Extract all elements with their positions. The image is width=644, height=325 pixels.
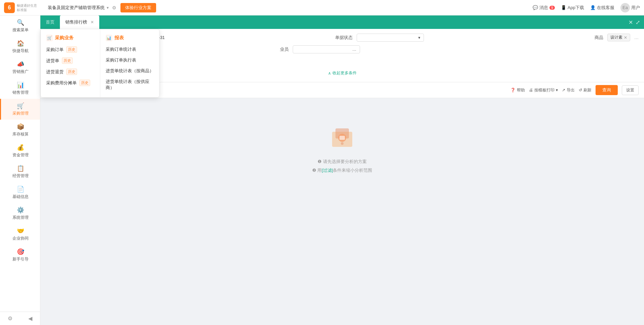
refresh-btn[interactable]: ↺ 刷新: [579, 87, 592, 93]
top-bar: 6 畅捷通好生意 标准版 装备及固定资产辅助管理系统 ▾ ⚙ 体验行业方案 💬 …: [0, 0, 644, 15]
system-name: 装备及固定资产辅助管理系统 ▾ ⚙: [48, 5, 116, 11]
sales-icon: 📊: [17, 81, 24, 89]
finance-icon: 💰: [17, 144, 24, 151]
history-badge: 历史: [62, 57, 73, 64]
dropdown-item-order-stat[interactable]: 采购订单统计表: [100, 44, 159, 55]
purchase-col-icon: 🛒: [46, 35, 53, 41]
message-btn[interactable]: 💬 消息 9: [533, 5, 555, 11]
sidebar-item-search[interactable]: 🔍 搜索菜单: [0, 15, 40, 36]
logo-text: 畅捷通好生意 标准版: [17, 3, 37, 12]
user-profile-btn[interactable]: Ea 用户: [620, 3, 640, 12]
settings-btn[interactable]: 设置: [622, 85, 639, 95]
status-label: 单据状态: [335, 35, 353, 41]
basic-icon: 📄: [17, 186, 24, 193]
history-badge: 历史: [79, 80, 90, 86]
operation-icon: 📋: [17, 165, 24, 172]
dropdown-item-return[interactable]: 进货退货 历史: [41, 66, 100, 77]
purchase-col-title: 🛒 采购业务: [41, 33, 100, 44]
empty-illustration: [325, 125, 359, 152]
tab-maximize-icon[interactable]: ⤢: [636, 19, 640, 26]
export-btn[interactable]: ↗ 导出: [562, 87, 575, 93]
sidebar: 🔍 搜索菜单 🏠 快捷导航 📣 营销推广 📊 销售管理 🛒 采购管理 📦 库存核…: [0, 15, 40, 325]
service-icon: 👤: [590, 5, 596, 10]
sidebar-item-inventory[interactable]: 📦 库存核算: [0, 120, 40, 140]
sidebar-item-sales[interactable]: 📊 销售管理: [0, 78, 40, 99]
industry-btn[interactable]: 体验行业方案: [120, 3, 156, 12]
dropdown-item-expense[interactable]: 采购费用分摊单 历史: [41, 77, 100, 88]
online-service-btn[interactable]: 👤 在线客服: [590, 5, 614, 11]
tab-close-icon[interactable]: ✕: [91, 20, 94, 25]
tab-sales-rank[interactable]: 销售排行榜 ✕: [60, 15, 99, 29]
collapse-icon[interactable]: ◀: [28, 315, 32, 322]
dropdown-item-inbound-stat-product[interactable]: 进货单统计表（按商品）: [100, 66, 159, 76]
product-more-icon[interactable]: …: [634, 35, 639, 40]
sidebar-item-marketing[interactable]: 📣 营销推广: [0, 57, 40, 78]
help-btn[interactable]: ❓ 帮助: [510, 87, 525, 93]
sidebar-item-purchase[interactable]: 🛒 采购管理: [0, 99, 40, 120]
avatar: Ea: [620, 3, 630, 12]
logo-icon: 6: [4, 2, 15, 13]
sidebar-item-finance[interactable]: 💰 资金管理: [0, 140, 40, 161]
empty-state: ❶ 请先选择要分析的方案 ❷ 用[过滤]条件来缩小分析范围: [40, 98, 644, 202]
sidebar-item-guide[interactable]: 🎯 新手引导: [0, 245, 40, 266]
report-col: 📊 报表 采购订单统计表 采购订单执行表 进货单统计表（按商品） 进货单统计表（…: [100, 29, 159, 97]
tab-bar: 首页 销售排行榜 ✕ ✕ ⤢: [40, 15, 644, 29]
sidebar-item-basic[interactable]: 📄 基础信息: [0, 182, 40, 203]
status-select-arrow: ▾: [418, 35, 420, 40]
phone-icon: 📱: [561, 5, 566, 10]
dropdown-item-inbound-stat-supplier[interactable]: 进货单统计表（按供应商）: [100, 76, 159, 93]
marketing-icon: 📣: [17, 60, 24, 68]
sidebar-item-system[interactable]: ⚙️ 系统管理: [0, 203, 40, 224]
refresh-icon: ↺: [579, 88, 582, 92]
cooperation-icon: 🤝: [17, 227, 24, 235]
print-dropdown-arrow: ▾: [556, 88, 558, 92]
history-badge: 历史: [66, 46, 77, 53]
help-icon: ❓: [510, 88, 515, 92]
purchase-icon: 🛒: [17, 102, 24, 110]
tab-home[interactable]: 首页: [40, 15, 60, 29]
search-icon: 🔍: [17, 19, 24, 26]
purchase-business-col: 🛒 采购业务 采购订单 历史 进货单 历史 进货退货 历史 采购费用分摊单 历史: [41, 29, 100, 97]
app-download-btn[interactable]: 📱 App下载: [561, 5, 584, 11]
print-icon: 🖨: [529, 88, 533, 92]
system-dropdown-arrow[interactable]: ▾: [107, 5, 109, 10]
status-select[interactable]: ▾: [357, 34, 424, 42]
sidebar-bottom: ⚙ ◀: [0, 312, 40, 325]
sidebar-item-quick-nav[interactable]: 🏠 快捷导航: [0, 36, 40, 57]
dropdown-item-purchase-order[interactable]: 采购订单 历史: [41, 44, 100, 55]
print-btn[interactable]: 🖨 按模板打印 ▾: [529, 87, 558, 93]
dropdown-item-order-exec[interactable]: 采购订单执行表: [100, 55, 159, 66]
salesman-label: 业员: [280, 46, 289, 52]
logo: 6 畅捷通好生意 标准版: [4, 2, 44, 13]
purchase-dropdown-menu: 🛒 采购业务 采购订单 历史 进货单 历史 进货退货 历史 采购费用分摊单 历史…: [40, 29, 159, 97]
sidebar-item-operation[interactable]: 📋 经营管理: [0, 161, 40, 182]
settings-icon[interactable]: ⚙: [8, 315, 12, 322]
history-badge: 历史: [66, 69, 77, 75]
home-icon: 🏠: [17, 40, 24, 47]
dropdown-item-inbound[interactable]: 进货单 历史: [41, 55, 100, 66]
salesman-select[interactable]: …: [293, 45, 360, 53]
svg-rect-3: [339, 136, 345, 140]
tab-bar-right: ✕ ⤢: [629, 19, 644, 26]
gear-icon[interactable]: ⚙: [112, 5, 116, 10]
svg-point-4: [341, 142, 344, 145]
message-badge: 9: [549, 6, 555, 10]
product-tag-close[interactable]: ✕: [624, 35, 627, 40]
query-btn[interactable]: 查询: [596, 85, 618, 95]
collapse-chevron-icon: ∧: [328, 71, 331, 76]
inventory-icon: 📦: [17, 123, 24, 130]
system-icon: ⚙️: [17, 206, 24, 214]
top-bar-right: 💬 消息 9 📱 App下载 👤 在线客服 Ea 用户: [533, 3, 640, 12]
guide-icon: 🎯: [17, 248, 24, 255]
salesman-select-arrow: …: [352, 47, 356, 52]
message-icon: 💬: [533, 5, 538, 10]
tab-close-all-icon[interactable]: ✕: [629, 19, 633, 26]
sidebar-item-cooperation[interactable]: 🤝 企业协同: [0, 224, 40, 245]
product-tag: 设计素 ✕: [607, 34, 630, 41]
product-label: 商品: [595, 35, 603, 41]
report-col-title: 📊 报表: [100, 33, 159, 44]
export-icon: ↗: [562, 88, 565, 92]
empty-hint-1: ❶ 请先选择要分析的方案: [318, 157, 367, 166]
report-col-icon: 📊: [106, 35, 112, 41]
empty-hint-2: ❷ 用[过滤]条件来缩小分析范围: [312, 166, 372, 175]
